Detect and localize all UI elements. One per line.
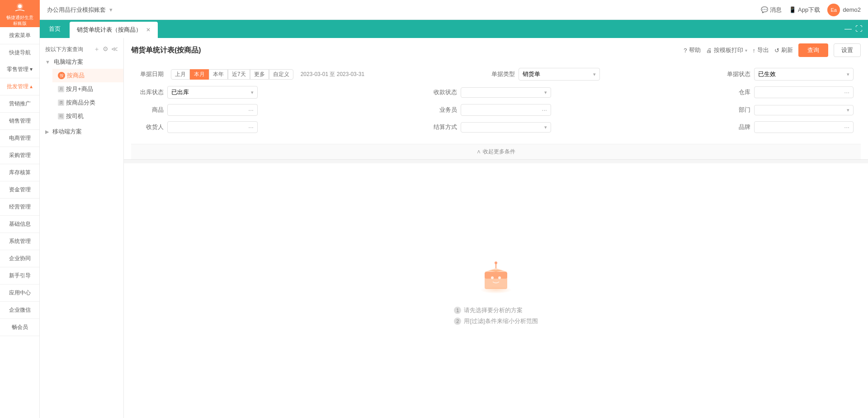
sidebar-item-purchase[interactable]: 采购管理 bbox=[0, 147, 39, 164]
breadcrumb-arrow[interactable]: ▾ bbox=[109, 6, 113, 13]
sidebar-item-appcenter[interactable]: 应用中心 bbox=[0, 285, 39, 302]
content-area: 按以下方案查询 ＋ ⚙ ≪ ▼ 电脑端方案 按 按商品 月 按月+ bbox=[40, 38, 868, 418]
expand-icon: ▼ bbox=[45, 59, 50, 65]
app-label: App下载 bbox=[798, 6, 820, 14]
logo: 畅捷通好生意标账版 bbox=[0, 0, 40, 27]
recipient-ellipsis[interactable]: ··· bbox=[248, 124, 254, 131]
tree-by-product-category[interactable]: 类 按商品分类 bbox=[52, 96, 123, 109]
template-print-btn[interactable]: 🖨 按模板打印 ▾ bbox=[706, 46, 747, 54]
left-panel: 按以下方案查询 ＋ ⚙ ≪ ▼ 电脑端方案 按 按商品 月 按月+ bbox=[40, 38, 124, 418]
marketing-label: 营销推广 bbox=[0, 100, 39, 108]
filter-row-1: 单据日期 上月 本月 本年 近7天 更多 自定义 2023-03-01 至 20… bbox=[138, 68, 854, 81]
sidebar-item-ecom[interactable]: 电商管理 bbox=[0, 130, 39, 147]
payment-select[interactable]: ▾ bbox=[461, 122, 551, 133]
warehouse-ellipsis[interactable]: ··· bbox=[844, 89, 849, 96]
query-btn[interactable]: 查询 bbox=[798, 43, 828, 57]
sidebar-item-member[interactable]: 畅会员 bbox=[0, 319, 39, 336]
recipient-input[interactable]: ··· bbox=[167, 121, 258, 133]
warehouse-input[interactable]: ··· bbox=[754, 86, 854, 98]
month-icon: 月 bbox=[58, 86, 64, 92]
date-tab-prev-month[interactable]: 上月 bbox=[171, 69, 190, 80]
template-print-label: 按模板打印 bbox=[714, 46, 743, 54]
settings-btn[interactable]: 设置 bbox=[834, 43, 861, 57]
doc-status-value: 已生效 bbox=[758, 70, 776, 78]
sidebar-item-guide[interactable]: 新手引导 bbox=[0, 267, 39, 285]
main-area: 办公用品行业模拟账套 ▾ 💬 消息 📱 App下载 Ea demo2 首页 bbox=[40, 0, 868, 418]
message-btn[interactable]: 💬 消息 bbox=[761, 6, 782, 14]
sidebar-item-wechat[interactable]: 企业微信 bbox=[0, 302, 39, 319]
wechat-label: 企业微信 bbox=[0, 306, 39, 314]
message-label: 消息 bbox=[770, 6, 782, 14]
print-dropdown-icon[interactable]: ▾ bbox=[745, 48, 747, 53]
out-status-value: 已出库 bbox=[171, 88, 189, 96]
refresh-btn[interactable]: ↺ 刷新 bbox=[774, 46, 793, 54]
minimize-icon[interactable]: — bbox=[844, 25, 852, 33]
sales-label: 销售管理 bbox=[0, 117, 39, 125]
date-tab-cur-month[interactable]: 本月 bbox=[190, 69, 209, 80]
tree-by-cashier[interactable]: 司 按司机 bbox=[52, 109, 123, 123]
brand-label: 品牌 bbox=[725, 123, 750, 131]
out-status-select[interactable]: 已出库 ▾ bbox=[167, 86, 258, 99]
sidebar-item-wholesale[interactable]: 批发管理 ▴ bbox=[0, 78, 39, 95]
tree-mobile-scheme[interactable]: ▶ 移动端方案 bbox=[40, 125, 123, 138]
department-select[interactable]: ▾ bbox=[754, 105, 854, 115]
doc-type-select[interactable]: 销货单 ▾ bbox=[519, 68, 600, 81]
sidebar-item-corp[interactable]: 企业协同 bbox=[0, 250, 39, 267]
quick-nav[interactable]: 快捷导航 bbox=[0, 44, 39, 61]
sidebar-item-retail[interactable]: 零售管理 ▾ bbox=[0, 61, 39, 78]
receipt-status-select[interactable]: ▾ bbox=[461, 87, 551, 98]
filter-area: 单据日期 上月 本月 本年 近7天 更多 自定义 2023-03-01 至 20… bbox=[131, 62, 861, 144]
date-tab-custom[interactable]: 自定义 bbox=[269, 69, 293, 80]
sidebar-item-sales[interactable]: 销售管理 bbox=[0, 113, 39, 130]
sidebar-item-basic[interactable]: 基础信息 bbox=[0, 216, 39, 233]
product-ellipsis[interactable]: ··· bbox=[248, 106, 254, 114]
svg-point-9 bbox=[495, 261, 497, 264]
tree-by-month-product[interactable]: 月 按月+商品 bbox=[52, 82, 123, 96]
tab-close-btn[interactable]: ✕ bbox=[146, 27, 151, 33]
add-icon[interactable]: ＋ bbox=[94, 45, 100, 53]
warehouse-label: 仓库 bbox=[725, 88, 750, 96]
settings-icon[interactable]: ⚙ bbox=[103, 45, 108, 53]
sidebar-item-finance[interactable]: 资金管理 bbox=[0, 181, 39, 199]
user-menu[interactable]: Ea demo2 bbox=[827, 4, 861, 16]
right-panel: 销货单统计表(按商品) ? 帮助 🖨 按模板打印 ▾ ↑ bbox=[124, 38, 868, 418]
tab-sales-stat[interactable]: 销货单统计表（按商品） ✕ bbox=[70, 22, 158, 38]
help-btn[interactable]: ? 帮助 bbox=[684, 46, 700, 54]
wholesale-label: 批发管理 ▴ bbox=[0, 83, 39, 90]
date-tab-cur-year[interactable]: 本年 bbox=[209, 69, 228, 80]
empty-tip-1: 1 请先选择要分析的方案 bbox=[454, 306, 538, 314]
date-label: 单据日期 bbox=[138, 70, 164, 78]
export-btn[interactable]: ↑ 导出 bbox=[753, 46, 769, 54]
mobile-scheme-label: 移动端方案 bbox=[52, 128, 82, 136]
sidebar-item-inventory[interactable]: 库存核算 bbox=[0, 164, 39, 181]
sidebar-item-system[interactable]: 系统管理 bbox=[0, 233, 39, 250]
tab-bar-actions: — ⛶ bbox=[844, 25, 868, 33]
doc-type-chevron: ▾ bbox=[593, 71, 596, 77]
doc-status-select[interactable]: 已生效 ▾ bbox=[754, 68, 854, 81]
search-menu[interactable]: 搜索菜单 bbox=[0, 27, 39, 44]
tree-by-product[interactable]: 按 按商品 bbox=[52, 69, 123, 82]
sidebar-item-marketing[interactable]: 营销推广 bbox=[0, 95, 39, 113]
collapse-btn[interactable]: ∧ 收起更多条件 bbox=[131, 144, 861, 159]
date-tab-7days[interactable]: 近7天 bbox=[228, 69, 250, 80]
sidebar-item-operation[interactable]: 经营管理 bbox=[0, 199, 39, 216]
tab-bar: 首页 销货单统计表（按商品） ✕ — ⛶ bbox=[40, 20, 868, 38]
salesperson-input[interactable]: ··· bbox=[461, 104, 551, 116]
tip-2-num: 2 bbox=[454, 318, 461, 325]
empty-state: 1 请先选择要分析的方案 2 用[过滤]条件来缩小分析范围 bbox=[124, 163, 868, 418]
brand-ellipsis[interactable]: ··· bbox=[844, 124, 849, 131]
date-tab-more[interactable]: 更多 bbox=[250, 69, 269, 80]
collapse-left-icon[interactable]: ≪ bbox=[111, 45, 118, 53]
category-icon: 类 bbox=[58, 100, 64, 106]
top-header: 办公用品行业模拟账套 ▾ 💬 消息 📱 App下载 Ea demo2 bbox=[40, 0, 868, 20]
svg-point-6 bbox=[491, 276, 494, 279]
maximize-icon[interactable]: ⛶ bbox=[855, 25, 863, 33]
product-input[interactable]: ··· bbox=[167, 104, 258, 116]
brand-input[interactable]: ··· bbox=[754, 121, 854, 133]
app-download-btn[interactable]: 📱 App下载 bbox=[789, 6, 820, 14]
tab-home[interactable]: 首页 bbox=[40, 20, 70, 38]
tip-1-text: 请先选择要分析的方案 bbox=[464, 306, 523, 314]
payment-chevron: ▾ bbox=[544, 124, 547, 130]
salesperson-ellipsis[interactable]: ··· bbox=[542, 106, 547, 114]
tree-desktop-scheme[interactable]: ▼ 电脑端方案 bbox=[40, 55, 123, 69]
